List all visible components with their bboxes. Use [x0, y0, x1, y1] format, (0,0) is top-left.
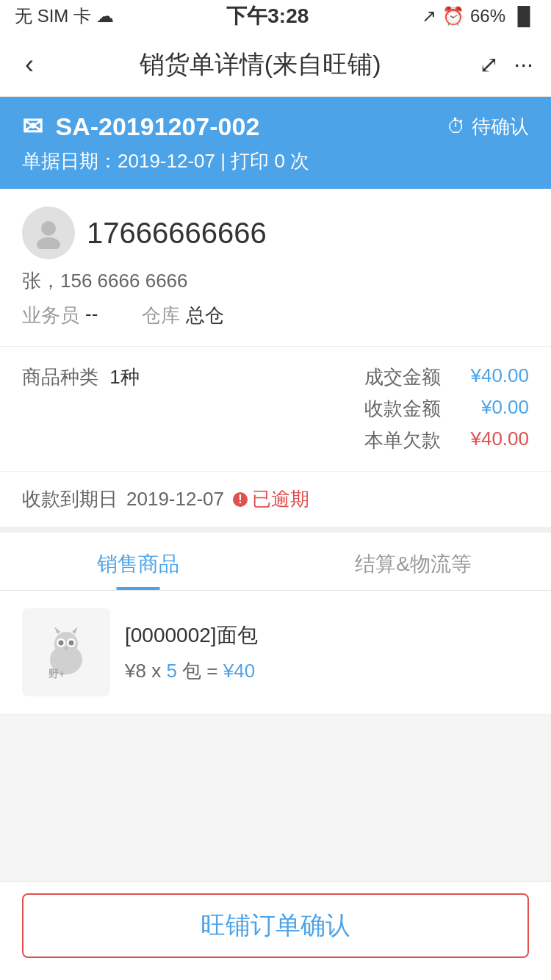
status-label: 待确认 — [472, 114, 529, 140]
status-time: 下午3:28 — [226, 2, 309, 30]
tab-sales[interactable]: 销售商品 — [0, 533, 276, 590]
avatar — [22, 206, 75, 259]
customer-section: 17666666666 张，156 6666 6666 业务员 -- 仓库 总仓 — [0, 189, 551, 347]
customer-phone: 17666666666 — [87, 217, 267, 250]
customer-name: 张，156 6666 6666 — [22, 268, 529, 294]
due-date-value: 2019-12-07 — [126, 488, 224, 511]
share-button[interactable]: ⤢ — [479, 51, 499, 79]
order-banner-top: ✉ SA-20191207-002 ⏱ 待确认 — [22, 112, 529, 141]
summary-right: 成交金额 ¥40.00 收款金额 ¥0.00 本单欠款 ¥40.00 — [364, 364, 529, 453]
overdue-icon: ! — [233, 492, 248, 507]
warehouse-value: 总仓 — [186, 303, 224, 328]
owed-amount-label: 本单欠款 — [364, 428, 441, 453]
page-title: 销货单详情(来自旺铺) — [41, 48, 479, 82]
nav-actions: ⤢ ··· — [479, 51, 533, 79]
due-date-label: 收款到期日 — [22, 486, 118, 512]
more-button[interactable]: ··· — [514, 51, 533, 78]
svg-text:野+: 野+ — [48, 668, 65, 680]
order-date: 单据日期：2019-12-07 | 打印 0 次 — [22, 148, 529, 174]
goods-kinds: 商品种类 1种 — [22, 364, 140, 390]
salesperson-value: -- — [85, 303, 98, 328]
product-thumbnail: 野+ — [22, 608, 110, 696]
svg-point-8 — [59, 641, 64, 646]
tabs-bar: 销售商品 结算&物流等 — [0, 533, 551, 591]
owed-amount-value: ¥40.00 — [455, 428, 529, 453]
product-equals: = — [206, 660, 223, 682]
svg-point-1 — [37, 237, 60, 249]
status-bar: 无 SIM 卡 ☁ 下午3:28 ↗ ⏰ 66% ▐▌ — [0, 0, 551, 32]
receive-amount-row: 收款金额 ¥0.00 — [364, 396, 529, 422]
confirm-button[interactable]: 旺铺订单确认 — [22, 893, 529, 958]
product-item: 野+ [0000002]面包 ¥8 x 5 包 = ¥40 — [0, 591, 551, 715]
overdue-badge: ! 已逾期 — [233, 486, 309, 512]
nav-bar: ‹ 销货单详情(来自旺铺) ⤢ ··· — [0, 32, 551, 97]
battery-icon: ▐▌ — [511, 6, 536, 26]
owed-amount-row: 本单欠款 ¥40.00 — [364, 428, 529, 453]
battery-level: 66% — [470, 6, 505, 26]
product-info: [0000002]面包 ¥8 x 5 包 = ¥40 — [125, 621, 529, 684]
order-id-icon: ✉ — [22, 112, 43, 140]
sim-status: 无 SIM 卡 ☁ — [15, 4, 114, 28]
deal-amount-label: 成交金额 — [364, 364, 441, 390]
summary-left: 商品种类 1种 — [22, 364, 140, 390]
customer-meta: 业务员 -- 仓库 总仓 — [22, 303, 529, 328]
tab-settlement[interactable]: 结算&物流等 — [276, 533, 551, 590]
product-qty: 5 — [166, 660, 176, 682]
receive-amount-value: ¥0.00 — [455, 396, 529, 422]
alarm-icon: ⏰ — [442, 6, 464, 26]
order-banner: ✉ SA-20191207-002 ⏱ 待确认 单据日期：2019-12-07 … — [0, 97, 551, 189]
warehouse-field: 仓库 总仓 — [142, 303, 224, 328]
due-date-section: 收款到期日 2019-12-07 ! 已逾期 — [0, 472, 551, 533]
product-unit: 包 — [182, 660, 201, 682]
status-left: 无 SIM 卡 ☁ — [15, 4, 114, 28]
bottom-bar: 旺铺订单确认 — [0, 881, 551, 980]
customer-top: 17666666666 — [22, 206, 529, 259]
back-button[interactable]: ‹ — [18, 42, 41, 87]
product-price-row: ¥8 x 5 包 = ¥40 — [125, 658, 529, 684]
location-icon: ↗ — [422, 6, 436, 26]
status-right: ↗ ⏰ 66% ▐▌ — [422, 6, 536, 26]
product-total: ¥40 — [223, 660, 255, 682]
svg-marker-4 — [54, 627, 60, 634]
order-id: ✉ SA-20191207-002 — [22, 112, 259, 141]
svg-point-9 — [69, 641, 74, 646]
overdue-text: 已逾期 — [252, 486, 309, 512]
deal-amount-value: ¥40.00 — [455, 364, 529, 390]
receive-amount-label: 收款金额 — [364, 396, 441, 422]
svg-point-0 — [41, 221, 56, 236]
product-unit-price: ¥8 — [125, 660, 146, 682]
clock-icon: ⏱ — [447, 115, 466, 138]
summary-section: 商品种类 1种 成交金额 ¥40.00 收款金额 ¥0.00 本单欠款 ¥40.… — [0, 347, 551, 472]
product-name: [0000002]面包 — [125, 621, 529, 649]
product-multiply: x — [151, 660, 166, 682]
order-status: ⏱ 待确认 — [447, 114, 529, 140]
product-section: 野+ [0000002]面包 ¥8 x 5 包 = ¥40 — [0, 591, 551, 715]
salesperson-field: 业务员 -- — [22, 303, 98, 328]
salesperson-label: 业务员 — [22, 303, 79, 328]
deal-amount-row: 成交金额 ¥40.00 — [364, 364, 529, 390]
warehouse-label: 仓库 — [142, 303, 180, 328]
svg-marker-5 — [72, 627, 78, 634]
